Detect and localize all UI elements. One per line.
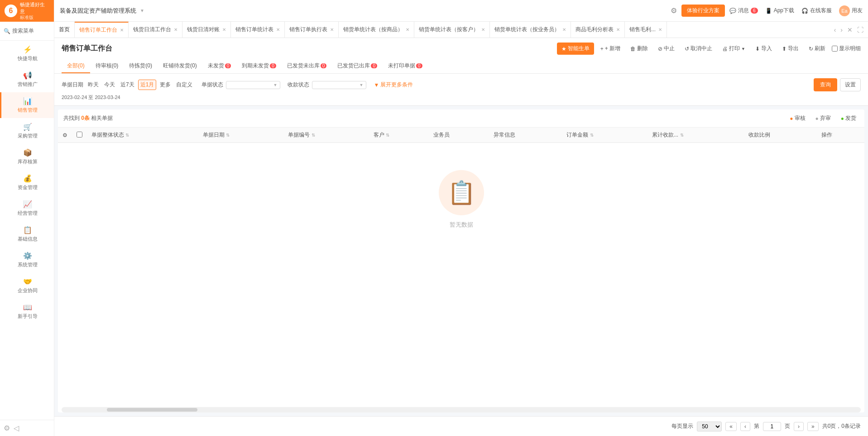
tab-sales-exec[interactable]: 销售订单执行表 ✕ bbox=[285, 22, 339, 38]
filter-tab-shipped-not-out[interactable]: 已发货未出库0 bbox=[282, 59, 332, 73]
tab-close-gross-profit[interactable]: ✕ bbox=[616, 27, 620, 32]
abandon-review-button[interactable]: ● 弃审 bbox=[813, 113, 834, 123]
filter-tab-expired-not-shipped[interactable]: 到期未发货0 bbox=[236, 59, 282, 73]
date-option-yesterday[interactable]: 昨天 bbox=[86, 80, 101, 90]
app-download-button[interactable]: 📱 App下载 bbox=[765, 7, 794, 14]
filter-tab-pending-inspect[interactable]: 待拣货(0) bbox=[124, 59, 158, 73]
page-number-input[interactable] bbox=[763, 422, 781, 431]
scroll-thumb[interactable] bbox=[107, 408, 197, 412]
sort-customer-icon[interactable]: ⇅ bbox=[386, 133, 389, 137]
tab-close-cash-daily[interactable]: ✕ bbox=[174, 27, 177, 32]
page-size-select[interactable]: 50 100 200 bbox=[697, 422, 722, 431]
tab-next-button[interactable]: › bbox=[839, 25, 844, 34]
sidebar-item-enterprise[interactable]: 🤝 企业协同 bbox=[0, 273, 54, 299]
sort-number-icon[interactable]: ⇅ bbox=[312, 133, 315, 137]
tab-sales-stats[interactable]: 销售订单统计表 ✕ bbox=[231, 22, 285, 38]
solution-button[interactable]: 体验行业方案 bbox=[681, 5, 725, 17]
sidebar-item-quick-nav[interactable]: ⚡ 快捷导航 bbox=[0, 41, 54, 66]
expand-more-button[interactable]: ▼ 展开更多条件 bbox=[374, 81, 413, 89]
refresh-button[interactable]: ↻ 刷新 bbox=[805, 43, 829, 54]
online-service-button[interactable]: 🎧 在线客服 bbox=[801, 7, 832, 14]
add-button[interactable]: + + 新增 bbox=[597, 43, 624, 54]
sidebar-item-basic[interactable]: 📋 基础信息 bbox=[0, 221, 54, 247]
print-button[interactable]: 🖨 打印 ▼ bbox=[719, 43, 749, 54]
star-icon: ★ bbox=[561, 46, 566, 52]
sidebar-item-purchase[interactable]: 🛒 采购管理 bbox=[0, 118, 54, 144]
search-menu-button[interactable]: 🔍 搜索菜单 bbox=[3, 25, 51, 37]
sidebar-item-inventory[interactable]: 📦 库存核算 bbox=[0, 144, 54, 170]
import-button[interactable]: ⬇ 导入 bbox=[752, 43, 776, 54]
user-menu[interactable]: Ea 用友 bbox=[839, 5, 863, 16]
sort-date-icon[interactable]: ⇅ bbox=[226, 133, 230, 137]
tab-sales-workbench[interactable]: 销售订单工作台 ✕ bbox=[75, 22, 129, 38]
first-page-button[interactable]: « bbox=[725, 422, 737, 431]
select-all-checkbox[interactable] bbox=[77, 132, 82, 137]
date-option-more[interactable]: 更多 bbox=[158, 80, 173, 90]
tab-sales-more[interactable]: 销售毛利... ✕ bbox=[625, 22, 667, 38]
sidebar-item-system[interactable]: ⚙️ 系统管理 bbox=[0, 247, 54, 273]
filter-tab-shipped-out[interactable]: 已发货已出库0 bbox=[332, 59, 383, 73]
delete-button[interactable]: 🗑 删除 bbox=[627, 43, 652, 54]
tab-fullscreen-button[interactable]: ⛶ bbox=[855, 25, 865, 34]
sidebar-item-marketing[interactable]: 📢 营销推广 bbox=[0, 66, 54, 92]
filter-tab-not-printed[interactable]: 未打印单据0 bbox=[383, 59, 428, 73]
tab-sales-product[interactable]: 销货单统计表（按商品） ✕ bbox=[339, 22, 414, 38]
smart-create-button[interactable]: ★ 智能生单 bbox=[557, 43, 594, 55]
status-select[interactable]: ▼ bbox=[226, 81, 280, 89]
prev-page-button[interactable]: ‹ bbox=[740, 422, 750, 431]
cancel-stop-button[interactable]: ↺ 取消中止 bbox=[681, 43, 716, 54]
date-option-1month[interactable]: 近1月 bbox=[138, 80, 157, 90]
filter-tab-not-shipped[interactable]: 未发货0 bbox=[202, 59, 237, 73]
message-button[interactable]: 💬 消息 6 bbox=[729, 7, 758, 14]
last-page-button[interactable]: » bbox=[807, 422, 819, 431]
tab-close-sales-more[interactable]: ✕ bbox=[658, 27, 662, 32]
tab-close-sales-stats[interactable]: ✕ bbox=[276, 27, 280, 32]
settings-gear-icon[interactable]: ⚙ bbox=[671, 6, 677, 15]
tab-close-sales-workbench[interactable]: ✕ bbox=[120, 28, 124, 33]
system-title-dropdown[interactable]: ▼ bbox=[140, 8, 144, 13]
tab-close-cash-account[interactable]: ✕ bbox=[222, 27, 226, 32]
next-page-button[interactable]: › bbox=[794, 422, 804, 431]
horizontal-scrollbar[interactable] bbox=[62, 407, 861, 412]
sort-amount-icon[interactable]: ⇅ bbox=[590, 133, 594, 137]
tab-cash-account[interactable]: 钱货日清对账 ✕ bbox=[182, 22, 231, 38]
sort-status-icon[interactable]: ⇅ bbox=[125, 133, 129, 137]
tab-gross-profit[interactable]: 商品毛利分析表 ✕ bbox=[571, 22, 625, 38]
stop-button[interactable]: ⊘ 中止 bbox=[654, 43, 678, 54]
query-button[interactable]: 查询 bbox=[814, 78, 837, 91]
tab-close-sales-customer[interactable]: ✕ bbox=[481, 27, 485, 32]
filter-tab-all[interactable]: 全部(0) bbox=[62, 59, 90, 73]
show-details-input[interactable] bbox=[832, 46, 838, 52]
sidebar-item-operation[interactable]: 📈 经营管理 bbox=[0, 195, 54, 221]
tab-sales-customer[interactable]: 销货单统计表（按客户） ✕ bbox=[414, 22, 490, 38]
tab-prev-button[interactable]: ‹ bbox=[832, 25, 838, 34]
date-option-custom[interactable]: 自定义 bbox=[174, 80, 194, 90]
show-details-checkbox[interactable]: 显示明细 bbox=[832, 45, 861, 52]
sort-collected-icon[interactable]: ⇅ bbox=[680, 133, 684, 137]
sidebar-collapse-button[interactable]: ◁ bbox=[14, 424, 19, 432]
sidebar-item-finance[interactable]: 💰 资金管理 bbox=[0, 170, 54, 195]
tab-cash-daily[interactable]: 钱货日清工作台 ✕ bbox=[129, 22, 182, 38]
sidebar-item-guide[interactable]: 📖 新手引导 bbox=[0, 299, 54, 324]
th-settings[interactable]: ⚙ bbox=[58, 128, 72, 143]
review-button[interactable]: ● 审核 bbox=[787, 113, 808, 123]
tab-close-sales-exec[interactable]: ✕ bbox=[330, 27, 334, 32]
setting-button[interactable]: 设置 bbox=[840, 78, 861, 91]
tab-close-sales-staff[interactable]: ✕ bbox=[562, 27, 566, 32]
tab-close-sales-product[interactable]: ✕ bbox=[406, 27, 409, 32]
page-actions: ★ 智能生单 + + 新增 🗑 删除 ⊘ 中止 bbox=[557, 43, 861, 55]
date-option-7days[interactable]: 近7天 bbox=[119, 80, 136, 90]
sidebar-settings-button[interactable]: ⚙ bbox=[4, 424, 10, 432]
date-option-today[interactable]: 今天 bbox=[102, 80, 117, 90]
tab-sales-staff[interactable]: 销货单统计表（按业务员） ✕ bbox=[490, 22, 571, 38]
ship-button[interactable]: ● 发货 bbox=[838, 113, 859, 123]
filter-tab-wangpu[interactable]: 旺铺待发货(0) bbox=[158, 59, 202, 73]
logo-icon: 6 bbox=[5, 5, 17, 17]
filter-tab-pending-review[interactable]: 待审核(0) bbox=[90, 59, 124, 73]
tab-home[interactable]: 首页 bbox=[54, 22, 75, 38]
collection-select[interactable]: ▼ bbox=[312, 81, 366, 89]
sidebar-item-sales[interactable]: 📊 销售管理 bbox=[0, 92, 54, 118]
export-button[interactable]: ⬆ 导出 bbox=[778, 43, 802, 54]
th-checkbox[interactable] bbox=[72, 128, 87, 143]
tab-close-all-button[interactable]: ✕ bbox=[845, 25, 854, 34]
